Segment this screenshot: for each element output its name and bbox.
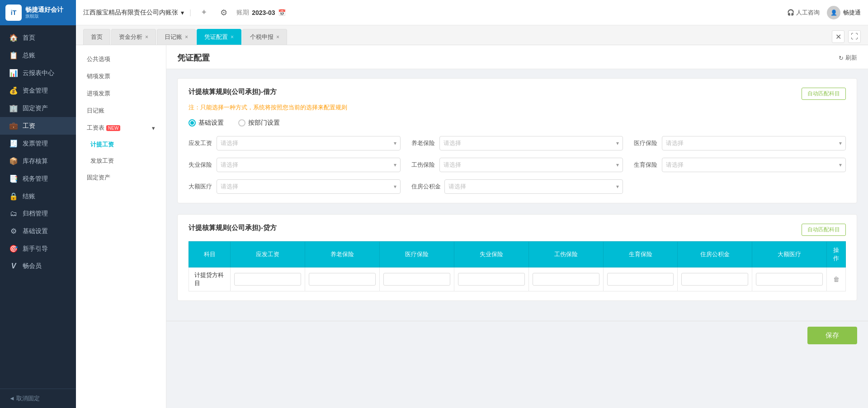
row-maternity-input[interactable] xyxy=(607,273,674,286)
left-nav-public-label: 公共选项 xyxy=(87,55,110,63)
left-nav-purchase-label: 进项发票 xyxy=(87,89,110,98)
logo-text: 畅捷通好会计 xyxy=(25,6,63,14)
credit-auto-match-btn[interactable]: 自动匹配科目 xyxy=(802,224,846,236)
tab-journal-label: 日记账 xyxy=(165,33,182,41)
page-title: 凭证配置 xyxy=(177,52,210,63)
debit-auto-match-btn[interactable]: 自动匹配科目 xyxy=(802,88,846,100)
pension-select[interactable]: 请选择 ▾ xyxy=(439,136,623,150)
sidebar-item-reports[interactable]: 📊 云报表中心 xyxy=(0,64,76,82)
main-area: 江西服宝精品有限责任公司内账张 ▾ | + ⚙ 账期 2023-03 📅 🎧 人… xyxy=(76,0,868,408)
add-account-btn[interactable]: + xyxy=(197,5,211,20)
company-selector[interactable]: 江西服宝精品有限责任公司内账张 ▾ xyxy=(83,9,184,17)
tab-tax-close[interactable]: × xyxy=(276,34,279,40)
tab-voucher[interactable]: 凭证配置 × xyxy=(197,29,241,45)
tab-journal-close[interactable]: × xyxy=(185,34,188,40)
left-nav-purchase[interactable]: 进项发票 xyxy=(76,85,166,102)
dropdown-icon: ▾ xyxy=(181,9,184,16)
radio-basic-label: 基础设置 xyxy=(198,119,224,127)
left-nav-salary-table[interactable]: 工资表NEW ▾ xyxy=(76,119,166,136)
pension-placeholder: 请选择 xyxy=(443,139,461,147)
row-maternity-input-cell xyxy=(603,267,678,291)
sidebar-item-label: 新手引导 xyxy=(23,245,48,253)
left-nav-fixed-assets[interactable]: 固定资产 xyxy=(76,169,166,186)
left-nav-pay-salary[interactable]: 发放工资 xyxy=(76,153,166,169)
col-gross: 应发工资 xyxy=(231,242,305,267)
delete-row-btn[interactable]: 🗑 xyxy=(833,276,840,283)
sidebar-item-archive[interactable]: 🗂 归档管理 xyxy=(0,205,76,222)
refresh-btn[interactable]: ↻ 刷新 xyxy=(839,54,857,62)
settings-btn[interactable]: ⚙ xyxy=(217,5,231,20)
maternity-placeholder: 请选择 xyxy=(666,161,684,169)
row-housing-input[interactable] xyxy=(681,273,748,286)
col-unemployment: 失业保险 xyxy=(454,242,528,267)
maternity-select[interactable]: 请选择 ▾ xyxy=(662,158,846,172)
left-nav-sales[interactable]: 销项发票 xyxy=(76,68,166,85)
tabbar-actions: ✕ ⛶ xyxy=(832,30,861,45)
row-subject-label: 计提贷方科目 xyxy=(189,267,231,291)
maximize-btn[interactable]: ⛶ xyxy=(848,30,861,43)
headphone-icon: 🎧 xyxy=(787,9,794,16)
sidebar-item-ledger[interactable]: 📋 总账 xyxy=(0,47,76,64)
calendar-icon[interactable]: 📅 xyxy=(278,9,286,16)
row-medical-input[interactable] xyxy=(383,273,450,286)
left-nav-pay-salary-label: 发放工资 xyxy=(90,157,114,164)
service-btn[interactable]: 🎧 人工咨询 xyxy=(787,9,820,17)
tax-icon: 📑 xyxy=(9,174,18,183)
tab-voucher-close[interactable]: × xyxy=(231,34,234,40)
sidebar-item-label: 固定资产 xyxy=(23,104,48,113)
left-nav-calc-salary[interactable]: 计提工资 xyxy=(76,136,166,153)
debit-section-title: 计提核算规则(公司承担)-借方 xyxy=(189,88,846,96)
archive-icon: 🗂 xyxy=(9,210,18,218)
row-injury-input[interactable] xyxy=(533,273,599,286)
new-badge: NEW xyxy=(106,125,120,131)
radio-dept[interactable]: 按部门设置 xyxy=(238,119,280,127)
row-unemployment-input[interactable] xyxy=(458,273,525,286)
sidebar-item-label: 畅会员 xyxy=(23,262,42,270)
housing-fund-select[interactable]: 请选择 ▾ xyxy=(444,179,623,194)
close-tab-btn[interactable]: ✕ xyxy=(832,30,844,43)
sidebar-item-closing[interactable]: 🔒 结账 xyxy=(0,188,76,205)
sidebar-item-tax[interactable]: 📑 税务管理 xyxy=(0,170,76,188)
pension-label: 养老保险 xyxy=(411,139,436,147)
medical-select[interactable]: 请选择 ▾ xyxy=(662,136,846,150)
cancel-fixed-btn[interactable]: ◄ 取消固定 xyxy=(0,389,76,408)
assets-icon: 🏢 xyxy=(9,104,18,113)
user-area[interactable]: 👤 畅捷通 xyxy=(827,6,861,19)
sidebar-item-assets[interactable]: 🏢 固定资产 xyxy=(0,99,76,117)
sidebar-item-guide[interactable]: 🎯 新手引导 xyxy=(0,240,76,258)
injury-select[interactable]: 请选择 ▾ xyxy=(439,158,623,172)
save-button[interactable]: 保存 xyxy=(807,327,857,344)
gross-salary-select[interactable]: 请选择 ▾ xyxy=(217,136,401,150)
radio-basic[interactable]: 基础设置 xyxy=(189,119,224,127)
sidebar-item-label: 库存核算 xyxy=(23,157,48,165)
large-medical-select[interactable]: 请选择 ▾ xyxy=(217,179,401,194)
sidebar-item-label: 税务管理 xyxy=(23,175,48,183)
tab-home[interactable]: 首页 xyxy=(83,29,110,45)
left-nav-journal-label: 日记账 xyxy=(87,107,104,115)
left-nav-journal[interactable]: 日记账 xyxy=(76,102,166,119)
table-header-row: 科目 应发工资 养老保险 医疗保险 失业保险 工伤保险 生育保险 住房公积金 大… xyxy=(189,242,846,267)
row-housing-input-cell xyxy=(678,267,752,291)
tab-fund[interactable]: 资金分析 × xyxy=(111,29,156,45)
tab-fund-close[interactable]: × xyxy=(145,34,148,40)
tab-tax[interactable]: 个税申报 × xyxy=(242,29,287,45)
tab-journal[interactable]: 日记账 × xyxy=(157,29,196,45)
sidebar-item-home[interactable]: 🏠 首页 xyxy=(0,29,76,47)
sidebar-item-funds[interactable]: 💰 资金管理 xyxy=(0,82,76,99)
chevron-down-icon: ▾ xyxy=(394,162,396,168)
expand-icon: ▾ xyxy=(152,125,155,131)
col-large-medical: 大额医疗 xyxy=(752,242,827,267)
sidebar-item-vip[interactable]: V 畅会员 xyxy=(0,258,76,275)
sidebar-item-inventory[interactable]: 📦 库存核算 xyxy=(0,152,76,170)
sidebar-item-settings[interactable]: ⚙ 基础设置 xyxy=(0,222,76,240)
row-pension-input[interactable] xyxy=(309,273,376,286)
table-row: 计提贷方科目 xyxy=(189,267,846,291)
left-nav-public[interactable]: 公共选项 xyxy=(76,51,166,68)
left-nav-calc-salary-label: 计提工资 xyxy=(90,141,114,148)
unemployment-select[interactable]: 请选择 ▾ xyxy=(217,158,401,172)
sidebar-item-invoices[interactable]: 🧾 发票管理 xyxy=(0,135,76,152)
row-gross-input[interactable] xyxy=(234,273,301,286)
sidebar-item-salary[interactable]: 💼 工资 xyxy=(0,117,76,135)
credit-section: 自动匹配科目 计提核算规则(公司承担)-贷方 科目 应发工资 养老保险 医疗保险… xyxy=(177,214,857,301)
row-large-medical-input[interactable] xyxy=(756,273,823,286)
